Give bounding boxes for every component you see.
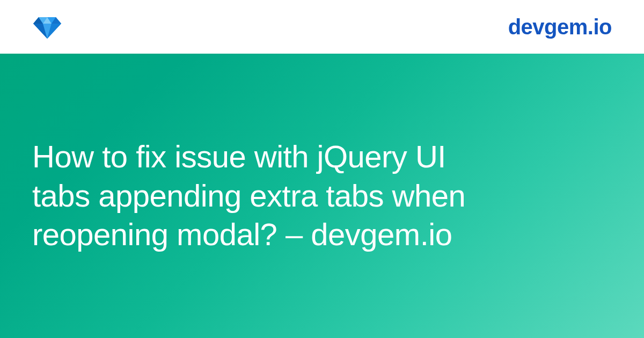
page-title: How to fix issue with jQuery UI tabs app… bbox=[32, 137, 499, 254]
hero-section: How to fix issue with jQuery UI tabs app… bbox=[0, 54, 644, 338]
gem-icon bbox=[32, 14, 62, 40]
header-bar: devgem.io bbox=[0, 0, 644, 54]
brand-name[interactable]: devgem.io bbox=[508, 15, 612, 39]
